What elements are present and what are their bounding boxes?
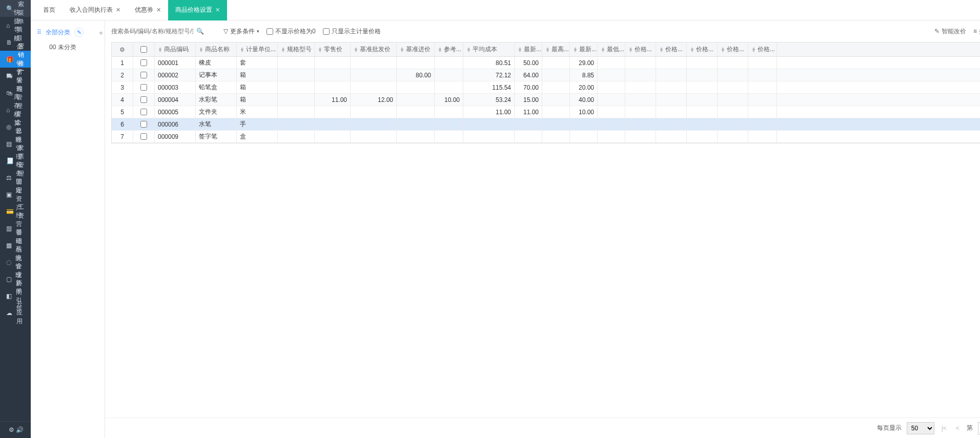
- column-header[interactable]: ▲▼最新...: [570, 43, 598, 56]
- column-header[interactable]: ▲▼规格型号: [278, 43, 315, 56]
- sidebar-item-12[interactable]: 💳工资: [0, 203, 31, 220]
- cell: [315, 81, 351, 93]
- column-header[interactable]: ▲▼参考...: [435, 43, 463, 56]
- table-row[interactable]: 4000004水彩笔箱11.0012.0010.0053.2415.0040.0…: [112, 94, 980, 106]
- sidebar-item-16[interactable]: ▢企业协同: [0, 270, 31, 287]
- cell: [397, 57, 435, 69]
- column-header[interactable]: ▲▼商品名称: [196, 43, 237, 56]
- cloud-icon: ☁: [6, 309, 12, 317]
- search-input[interactable]: [111, 28, 193, 35]
- row-checkbox[interactable]: [140, 72, 147, 78]
- column-header[interactable]: ▲▼价格...: [718, 43, 748, 56]
- cell: 000006: [155, 118, 196, 130]
- column-header[interactable]: ▲▼价格...: [748, 43, 777, 56]
- sidebar-item-18[interactable]: ☁云应用: [0, 304, 31, 321]
- only-main-unit-checkbox[interactable]: 只显示主计量价格: [323, 27, 381, 36]
- column-header[interactable]: ⚙: [112, 43, 133, 56]
- column-header[interactable]: ▲▼商品编码: [155, 43, 196, 56]
- cell: [748, 57, 777, 69]
- per-page-select[interactable]: 50: [907, 422, 934, 434]
- tab[interactable]: 首页: [36, 0, 63, 20]
- gear-icon[interactable]: ⚙: [119, 46, 125, 53]
- column-header[interactable]: ▲▼最新...: [515, 43, 542, 56]
- column-header[interactable]: ▲▼计量单位...: [237, 43, 278, 56]
- column-header[interactable]: ▲▼零售价: [315, 43, 351, 56]
- search-icon[interactable]: 🔍: [196, 28, 204, 35]
- cell: 5: [112, 106, 133, 118]
- tab[interactable]: 收入合同执行表✕: [63, 0, 128, 20]
- cell: [718, 94, 748, 106]
- smart-price-button[interactable]: ✎ 智能改价: [934, 27, 966, 36]
- sidebar-item-1[interactable]: ⌂快捷导航: [0, 17, 31, 34]
- cell: [435, 131, 463, 142]
- sidebar-item-17[interactable]: ◧新手引导: [0, 287, 31, 304]
- cell: [687, 94, 718, 106]
- collapse-tree-icon[interactable]: «: [97, 28, 105, 38]
- sidebar-item-9[interactable]: 🧾发票管理: [0, 152, 31, 169]
- cell: [351, 106, 397, 118]
- cell: 铅笔盒: [196, 81, 237, 93]
- cell: 水彩笔: [196, 94, 237, 106]
- hide-zero-checkbox[interactable]: 不显示价格为0: [267, 27, 316, 36]
- horizontal-scrollbar[interactable]: [111, 143, 980, 148]
- grid-icon: ⠿: [37, 29, 42, 36]
- column-header[interactable]: ▲▼价格...: [656, 43, 687, 56]
- column-header[interactable]: [133, 43, 155, 56]
- edit-icon[interactable]: ✎: [74, 28, 84, 37]
- close-icon[interactable]: ✕: [156, 7, 161, 13]
- sort-icon: ▲▼: [690, 47, 695, 52]
- table-row[interactable]: 7000009签字笔盒: [112, 131, 980, 143]
- table-row[interactable]: 2000002记事本箱80.0072.1264.008.85: [112, 69, 980, 81]
- column-header[interactable]: ▲▼基准批发价: [351, 43, 397, 56]
- cell: [397, 118, 435, 130]
- column-header[interactable]: ▲▼价格...: [687, 43, 718, 56]
- prev-page-button[interactable]: <: [954, 425, 962, 432]
- row-checkbox[interactable]: [140, 109, 147, 115]
- sort-icon: ▲▼: [659, 47, 664, 52]
- column-header[interactable]: ▲▼平均成本: [463, 43, 515, 56]
- table-row[interactable]: 3000003铅笔盒箱115.5470.0020.00: [112, 81, 980, 94]
- sidebar-item-8[interactable]: ▤总账管理: [0, 135, 31, 152]
- sidebar-item-7[interactable]: ◎资金管理: [0, 118, 31, 135]
- gear-icon[interactable]: ⚙: [7, 426, 15, 434]
- sidebar-item-11[interactable]: ▣固定资产: [0, 186, 31, 203]
- cell: [315, 131, 351, 142]
- tab[interactable]: 商品价格设置✕: [168, 0, 227, 20]
- sidebar-item-3[interactable]: 🎁营销推广: [0, 51, 31, 68]
- table-row[interactable]: 5000005文件夹米11.0011.0010.00: [112, 106, 980, 118]
- more-conditions-link[interactable]: ▽ 更多条件 ▾: [211, 27, 259, 36]
- tab-label: 商品价格设置: [175, 6, 212, 14]
- column-header[interactable]: ▲▼价格...: [625, 43, 656, 56]
- wallet-icon: 💳: [6, 207, 14, 216]
- row-checkbox[interactable]: [140, 96, 147, 103]
- sidebar-item-10[interactable]: ⚖税务管理: [0, 169, 31, 186]
- table-row[interactable]: 1000001橡皮套80.5150.0029.00: [112, 57, 980, 69]
- table-row[interactable]: 6000006水笔手: [112, 118, 980, 131]
- sidebar-item-13[interactable]: ▥经营管理: [0, 220, 31, 237]
- tab[interactable]: 优惠券✕: [128, 0, 168, 20]
- close-icon[interactable]: ✕: [215, 7, 220, 13]
- column-header[interactable]: ▲▼基准进价: [397, 43, 435, 56]
- page-input[interactable]: [978, 422, 980, 434]
- row-checkbox[interactable]: [140, 133, 147, 140]
- row-checkbox[interactable]: [140, 121, 147, 128]
- chevron-down-icon: ▾: [257, 29, 259, 34]
- sidebar-item-2[interactable]: 🗎项目合同: [0, 34, 31, 51]
- row-checkbox[interactable]: [140, 84, 147, 91]
- tree-node[interactable]: 00 未分类: [34, 39, 101, 56]
- row-checkbox[interactable]: [140, 59, 147, 66]
- column-header[interactable]: ▲▼最高...: [542, 43, 570, 56]
- close-icon[interactable]: ✕: [116, 7, 120, 13]
- select-all-checkbox[interactable]: [140, 46, 147, 53]
- sound-icon[interactable]: 🔊: [15, 426, 24, 434]
- cell: 10.00: [570, 106, 598, 118]
- cell: [598, 69, 625, 81]
- sort-icon: ▲▼: [281, 47, 285, 52]
- sidebar-item-15[interactable]: ◌系统管理: [0, 254, 31, 270]
- operate-button[interactable]: ≡ 操作: [973, 27, 980, 36]
- tree-header[interactable]: ⠿ 全部分类 ✎: [34, 26, 101, 39]
- sidebar-item-4[interactable]: ⛟销售管理: [0, 68, 31, 85]
- cell: [397, 106, 435, 118]
- column-header[interactable]: ▲▼最低...: [598, 43, 625, 56]
- first-page-button[interactable]: |<: [940, 425, 949, 432]
